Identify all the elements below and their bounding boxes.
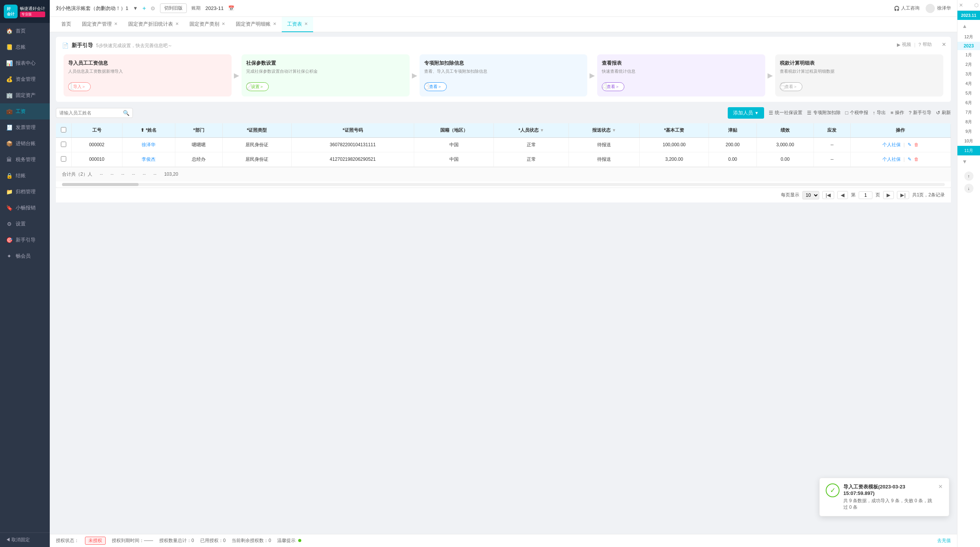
step-4-desc: 快速查看统计信息 bbox=[602, 68, 761, 75]
sidebar-item-inventory[interactable]: 📦 进销台账 bbox=[0, 136, 50, 152]
cal-month-12-prev[interactable]: 12月 bbox=[957, 32, 980, 42]
sidebar-item-ledger[interactable]: 📒 总账 bbox=[0, 39, 50, 55]
row1-edit-icon[interactable]: ✎ bbox=[908, 142, 911, 147]
tab-asset-detail[interactable]: 固定资产明细账 ✕ bbox=[230, 17, 282, 32]
refresh-btn[interactable]: ↺ 刷新 bbox=[936, 109, 951, 116]
next-page-btn[interactable]: ▶ bbox=[883, 191, 894, 199]
per-page-select[interactable]: 10 20 50 bbox=[802, 191, 819, 199]
cal-next-year-btn[interactable]: ▼ bbox=[960, 157, 969, 166]
scrollbar-thumb[interactable] bbox=[62, 183, 139, 186]
th-performance: 绩效 bbox=[757, 123, 814, 138]
row2-name[interactable]: 李俊杰 bbox=[122, 152, 175, 167]
select-all-checkbox[interactable] bbox=[61, 127, 66, 132]
last-page-btn[interactable]: ▶| bbox=[897, 191, 909, 199]
row2-check[interactable] bbox=[61, 156, 66, 162]
add-person-button[interactable]: 添加人员 ▼ bbox=[728, 107, 764, 119]
cal-month-2[interactable]: 2月 bbox=[957, 60, 980, 69]
special-deduction-btn[interactable]: ☰ 专项附加扣除 bbox=[807, 109, 841, 116]
sidebar-item-payroll[interactable]: 💼 工资 bbox=[0, 103, 50, 119]
tab-payroll-table[interactable]: 工资表 ✕ bbox=[282, 17, 313, 32]
sidebar-item-guide[interactable]: 🎯 新手引导 bbox=[0, 232, 50, 248]
export-btn[interactable]: ↑ 导出 bbox=[873, 109, 886, 116]
tab-depreciation-close[interactable]: ✕ bbox=[175, 22, 179, 26]
tab-depreciation[interactable]: 固定资产折旧统计表 ✕ bbox=[123, 17, 184, 32]
guide-close-button[interactable]: ✕ bbox=[942, 41, 946, 47]
row2-edit-icon[interactable]: ✎ bbox=[908, 157, 911, 162]
cal-month-8[interactable]: 8月 bbox=[957, 117, 980, 127]
help-label[interactable]: 帮助 bbox=[923, 41, 932, 48]
sidebar-label-tax: 税务管理 bbox=[16, 156, 36, 163]
th-base-salary: *基本工资 bbox=[640, 123, 709, 138]
tab-asset-type-close[interactable]: ✕ bbox=[222, 22, 225, 26]
panel-close-icon[interactable]: ✕ bbox=[959, 2, 963, 8]
sidebar-item-home[interactable]: 🏠 首页 bbox=[0, 23, 50, 39]
panel-action-1[interactable]: ↑ bbox=[964, 171, 973, 181]
calendar-icon[interactable]: 📅 bbox=[228, 5, 234, 11]
row1-name[interactable]: 徐泽华 bbox=[122, 137, 175, 152]
cal-month-11[interactable]: 11月 bbox=[957, 146, 980, 155]
horizontal-scrollbar[interactable] bbox=[62, 183, 945, 186]
settings-topbar-icon[interactable]: ⚙ bbox=[150, 5, 155, 11]
sidebar-item-funds[interactable]: 💰 资金管理 bbox=[0, 71, 50, 87]
cal-month-6[interactable]: 6月 bbox=[957, 98, 980, 108]
th-name[interactable]: ⬆ *姓名 bbox=[122, 123, 175, 138]
cal-month-3[interactable]: 3月 bbox=[957, 69, 980, 79]
sidebar-item-assets[interactable]: 🏢 固定资产 bbox=[0, 87, 50, 103]
cal-month-5[interactable]: 5月 bbox=[957, 88, 980, 98]
tab-home[interactable]: 首页 bbox=[56, 17, 77, 32]
account-dropdown-icon[interactable]: ▼ bbox=[133, 5, 138, 11]
tab-assets-close[interactable]: ✕ bbox=[114, 22, 118, 26]
prev-page-btn[interactable]: ◀ bbox=[837, 191, 848, 199]
add-account-icon[interactable]: + bbox=[142, 5, 146, 12]
sidebar-item-tax[interactable]: 🏛 税务管理 bbox=[0, 152, 50, 168]
recharge-button[interactable]: 去充值 bbox=[937, 537, 951, 544]
first-page-btn[interactable]: |◀ bbox=[822, 191, 834, 199]
ledger-icon: 📒 bbox=[6, 44, 13, 51]
tab-assets[interactable]: 固定资产管理 ✕ bbox=[77, 17, 123, 32]
status-filter-icon[interactable]: ▼ bbox=[540, 128, 544, 132]
cal-month-7[interactable]: 7月 bbox=[957, 108, 980, 117]
row2-delete-icon[interactable]: 🗑 bbox=[914, 157, 919, 162]
sidebar-item-archive[interactable]: 📁 归档管理 bbox=[0, 184, 50, 200]
consultant-button[interactable]: 🎧 人工咨询 bbox=[894, 5, 920, 11]
panel-action-2[interactable]: ↓ bbox=[964, 184, 973, 193]
panel-expand-icon[interactable]: ⬡ bbox=[974, 2, 978, 8]
sidebar-item-settings[interactable]: ⚙ 设置 bbox=[0, 216, 50, 232]
row1-checkbox[interactable] bbox=[56, 137, 71, 152]
operation-btn[interactable]: ≡ 操作 bbox=[890, 109, 904, 116]
cal-month-10[interactable]: 10月 bbox=[957, 136, 980, 146]
sidebar-item-close[interactable]: 🔒 结账 bbox=[0, 168, 50, 184]
cal-month-4[interactable]: 4月 bbox=[957, 79, 980, 88]
tab-asset-detail-close[interactable]: ✕ bbox=[273, 22, 276, 26]
sidebar-item-invoices[interactable]: 🧾 发票管理 bbox=[0, 119, 50, 136]
cal-month-1[interactable]: 1月 bbox=[957, 50, 980, 60]
cal-prev-year-btn[interactable]: ▲ bbox=[960, 21, 969, 31]
row1-action-link[interactable]: 个人社保 bbox=[882, 142, 901, 147]
page-input[interactable] bbox=[859, 191, 872, 199]
toast-close-button[interactable]: ✕ bbox=[938, 483, 943, 490]
search-input[interactable] bbox=[59, 110, 121, 116]
switch-version-button[interactable]: 切到旧版 bbox=[160, 3, 187, 13]
step-3-title: 专项附加扣除信息 bbox=[424, 60, 583, 67]
row1-check[interactable] bbox=[61, 142, 66, 147]
sidebar-item-reports[interactable]: 📊 报表中心 bbox=[0, 55, 50, 71]
social-insurance-btn[interactable]: ☰ 统一社保设置 bbox=[769, 109, 802, 116]
row2-action-link[interactable]: 个人社保 bbox=[882, 157, 901, 162]
search-icon[interactable]: 🔍 bbox=[123, 110, 129, 116]
per-page-label: 每页显示 bbox=[781, 192, 799, 198]
row2-checkbox[interactable] bbox=[56, 152, 71, 167]
row1-delete-icon[interactable]: 🗑 bbox=[914, 142, 919, 147]
sidebar-item-vip[interactable]: ✦ 畅会员 bbox=[0, 248, 50, 264]
report-status-filter-icon[interactable]: ▼ bbox=[612, 128, 616, 132]
toolbar-actions: 添加人员 ▼ ☰ 统一社保设置 ☰ 专项附加扣除 □ 个税申报 bbox=[728, 107, 951, 119]
sidebar-item-expense[interactable]: 🔖 小畅报销 bbox=[0, 200, 50, 216]
new-guide-btn[interactable]: ? 新手引导 bbox=[909, 109, 931, 116]
table-wrap: 工号 ⬆ *姓名 *部门 *证照类型 *证照号码 国籍（地区） *人员状态 bbox=[56, 123, 951, 188]
cancel-fixed-btn[interactable]: ◀ 取消固定 bbox=[6, 537, 44, 543]
sidebar-label-archive: 归档管理 bbox=[16, 188, 36, 195]
tab-asset-type[interactable]: 固定资产类别 ✕ bbox=[184, 17, 230, 32]
cal-month-9[interactable]: 9月 bbox=[957, 127, 980, 136]
personal-tax-btn[interactable]: □ 个税申报 bbox=[845, 109, 868, 116]
video-label[interactable]: 视频 bbox=[902, 41, 911, 48]
tab-payroll-close[interactable]: ✕ bbox=[304, 22, 308, 26]
